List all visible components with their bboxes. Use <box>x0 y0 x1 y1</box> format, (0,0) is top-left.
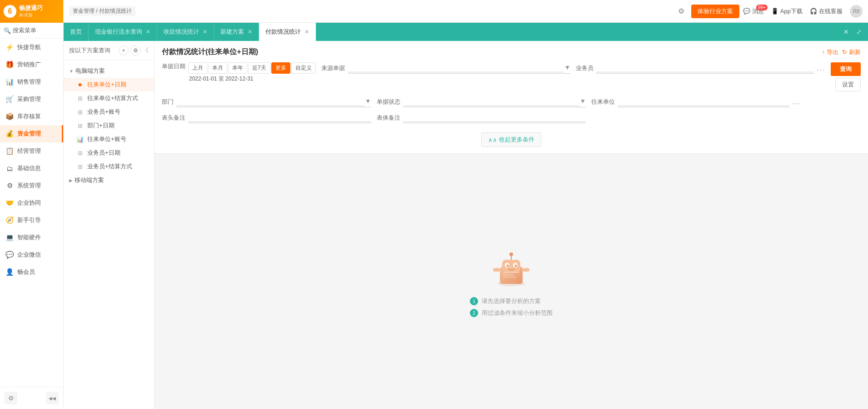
query-button[interactable]: 查询 <box>831 62 861 76</box>
empty-state: 1 请先选择要分析的方案 2 用过滤条件来缩小分析范围 <box>470 246 553 317</box>
source-input[interactable] <box>348 62 564 72</box>
refresh-label: 刷新 <box>849 48 861 56</box>
trial-button[interactable]: 体验行业方案 <box>691 5 739 18</box>
sidebar-item-purchase[interactable]: 🛒 采购管理 <box>0 91 63 108</box>
data-area: 1 请先选择要分析的方案 2 用过滤条件来缩小分析范围 <box>155 154 868 409</box>
home-label: 首页 <box>70 28 82 36</box>
partner-label: 往来单位 <box>591 98 615 106</box>
sidebar-item-hardware[interactable]: 💻 智能硬件 <box>0 229 63 246</box>
partner-date-label: 往来单位+日期 <box>87 81 149 89</box>
sidebar-item-system[interactable]: ⚙ 系统管理 <box>0 177 63 194</box>
sidebar-item-sales[interactable]: 📊 销售管理 <box>0 73 63 91</box>
sidebar-header: 6 畅捷通巧 标准版 <box>0 0 63 23</box>
partner-more-button[interactable]: ... <box>792 98 801 106</box>
date-btn-this-year[interactable]: 本年 <box>228 62 247 74</box>
salesman-more-button[interactable]: ... <box>817 64 825 72</box>
sidebar-item-label: 智能硬件 <box>17 233 41 242</box>
sidebar-item-operation[interactable]: 📋 经营管理 <box>0 142 63 160</box>
headset-icon: 🎧 <box>810 8 817 15</box>
refresh-button[interactable]: ↻ 刷新 <box>842 48 861 56</box>
sidebar-item-member[interactable]: 👤 畅会员 <box>0 263 63 281</box>
scheme-item-dept-date[interactable]: ⊞ 部门+日期 <box>64 119 154 132</box>
tab-collection-label: 收款情况统计 <box>164 28 199 36</box>
sidebar-item-funds[interactable]: 💰 资金管理 <box>0 125 63 142</box>
source-dropdown-icon[interactable]: ▼ <box>564 64 570 71</box>
tab-collection[interactable]: 收款情况统计 ✕ <box>157 23 214 41</box>
marketing-icon: 🎁 <box>5 61 14 69</box>
sidebar-item-basic[interactable]: 🗂 基础信息 <box>0 160 63 177</box>
tab-cash-flow[interactable]: 现金银行流水查询 ✕ <box>89 23 157 41</box>
sidebar-item-wechat[interactable]: 💬 企业微信 <box>0 246 63 263</box>
date-btn-custom[interactable]: 自定义 <box>291 62 316 74</box>
filter-settings-button[interactable]: 设置 <box>835 78 861 91</box>
empty-hints: 1 请先选择要分析的方案 2 用过滤条件来缩小分析范围 <box>470 297 553 317</box>
scheme-add-button[interactable]: + <box>119 45 129 56</box>
inventory-icon: 📦 <box>5 112 14 121</box>
desktop-group-header[interactable]: ▼ 电脑端方案 <box>64 64 154 78</box>
hint-num-2: 2 <box>470 309 478 317</box>
sidebar-item-quicknav[interactable]: ⚡ 快捷导航 <box>0 39 63 56</box>
partner-input[interactable] <box>618 96 789 106</box>
sidebar-item-collab[interactable]: 🤝 企业协同 <box>0 194 63 212</box>
tab-home[interactable]: 首页 <box>64 23 89 41</box>
scheme-panel-actions: + ⚙ 《 <box>119 45 149 56</box>
tab-collection-close[interactable]: ✕ <box>203 29 207 35</box>
scheme-item-partner-settle[interactable]: ⊞ 往来单位+结算方式 <box>64 91 154 105</box>
salesman-date-icon: ⊞ <box>76 149 84 157</box>
tab-payment-stat-close[interactable]: ✕ <box>304 29 309 35</box>
export-label: 导出 <box>827 48 838 56</box>
scheme-item-salesman-date[interactable]: ⊞ 业务员+日期 <box>64 146 154 160</box>
sidebar-item-guide[interactable]: 🧭 新手引导 <box>0 212 63 229</box>
date-btn-this-month[interactable]: 本月 <box>208 62 227 74</box>
message-button[interactable]: 💬 消息 99+ <box>743 7 764 15</box>
salesman-input[interactable] <box>596 62 813 72</box>
tabbar-spacer <box>316 23 837 41</box>
user-avatar[interactable]: Rit <box>850 5 863 18</box>
online-service-button[interactable]: 🎧 在线客服 <box>810 7 843 15</box>
tab-new-scheme[interactable]: 新建方案 ✕ <box>214 23 259 41</box>
breadcrumb-text: 资金管理 / 付款情况统计 <box>69 6 135 16</box>
search-menu[interactable]: 🔍 搜索菜单 <box>0 23 63 39</box>
dept-input[interactable] <box>176 96 365 106</box>
topbar-settings-button[interactable]: ⚙ <box>675 5 688 18</box>
filter-area: 付款情况统计(往来单位+日期) ↑ 导出 ↻ 刷新 <box>155 41 868 154</box>
sidebar-collapse-button[interactable]: ◀◀ <box>46 392 59 404</box>
scheme-collapse-button[interactable]: 《 <box>142 46 149 55</box>
scheme-item-partner-date[interactable]: ● 往来单位+日期 <box>64 78 154 91</box>
svg-rect-2 <box>502 260 520 273</box>
export-icon: ↑ <box>822 49 825 56</box>
tab-new-scheme-label: 新建方案 <box>220 28 244 36</box>
memo-header-input[interactable] <box>188 112 371 122</box>
tab-cash-flow-close[interactable]: ✕ <box>146 29 150 35</box>
partner-account-label: 往来单位+账号 <box>87 135 149 143</box>
date-btn-last-month[interactable]: 上月 <box>188 62 207 74</box>
sidebar-item-label: 畅会员 <box>17 268 35 276</box>
salesman-settle-label: 业务员+结算方式 <box>87 162 149 171</box>
tab-payment-stat[interactable]: 付款情况统计 ✕ <box>259 23 316 41</box>
mobile-group-header[interactable]: ▶ 移动端方案 <box>64 173 154 187</box>
tabbar-actions: ✕ ⤢ <box>837 23 868 41</box>
tab-expand-button[interactable]: ⤢ <box>853 26 864 37</box>
scheme-settings-button[interactable]: ⚙ <box>130 45 140 56</box>
voucher-status-input[interactable] <box>403 96 580 106</box>
quicknav-icon: ⚡ <box>5 43 14 51</box>
scheme-item-salesman-account[interactable]: ⊞ 业务员+账号 <box>64 105 154 119</box>
scheme-item-salesman-settle[interactable]: ⊞ 业务员+结算方式 <box>64 160 154 173</box>
voucher-date-label: 单据日期 <box>162 62 185 71</box>
desktop-scheme-group: ▼ 电脑端方案 ● 往来单位+日期 ⊞ 往来单位+结算方式 ⊞ 业务员+账号 <box>64 64 154 173</box>
dept-dropdown-icon[interactable]: ▼ <box>365 97 371 105</box>
tab-new-scheme-close[interactable]: ✕ <box>248 29 252 35</box>
date-btn-last7[interactable]: 近7天 <box>248 62 270 74</box>
member-icon: 👤 <box>5 268 14 276</box>
scheme-item-partner-account[interactable]: 📊 往来单位+账号 <box>64 132 154 146</box>
export-button[interactable]: ↑ 导出 <box>822 48 839 56</box>
collapse-more-button[interactable]: ∧∧ 收起更多条件 <box>481 132 541 147</box>
tab-close-all-button[interactable]: ✕ <box>841 26 852 37</box>
sidebar-item-marketing[interactable]: 🎁 营销推广 <box>0 56 63 73</box>
voucher-status-dropdown-icon[interactable]: ▼ <box>579 97 586 105</box>
date-btn-more[interactable]: 更多 <box>271 62 290 74</box>
sidebar-settings-button[interactable]: ⚙ <box>5 392 17 404</box>
sidebar-item-inventory[interactable]: 📦 库存核算 <box>0 108 63 125</box>
app-download-button[interactable]: 📱 App下载 <box>771 7 803 15</box>
memo-body-input[interactable] <box>403 112 586 122</box>
